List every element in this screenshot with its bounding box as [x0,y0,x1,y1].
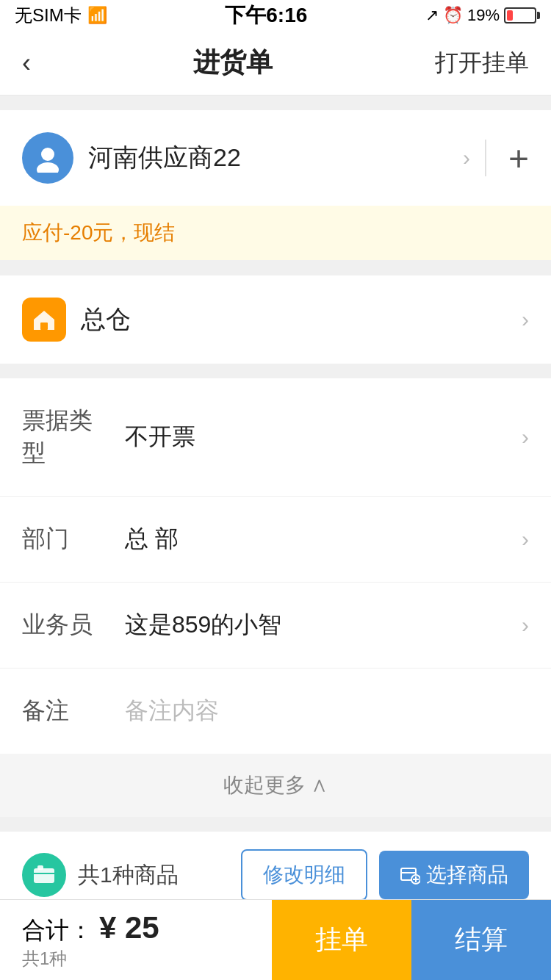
salesperson-chevron-icon: › [522,613,529,638]
warehouse-row[interactable]: 总仓 › [0,275,551,364]
invoice-type-label: 票据类型 [22,405,110,469]
page-title: 进货单 [193,45,273,81]
supplier-section: 河南供应商22 › + 应付-20元，现结 [0,110,551,260]
supplier-row[interactable]: 河南供应商22 › + [0,110,551,206]
department-row[interactable]: 部门 总 部 › [0,497,551,583]
supplier-name: 河南供应商22 [88,141,463,175]
total-amount: ¥ 25 [99,910,159,945]
supplier-divider [485,140,486,176]
warehouse-name: 总仓 [81,303,522,336]
remark-row[interactable]: 备注 备注内容 [0,669,551,754]
select-product-label: 选择商品 [426,861,508,889]
department-label: 部门 [22,523,110,555]
total-label: 合计： [22,917,93,943]
salesperson-value: 这是859的小智 [110,609,522,641]
open-hang-button[interactable]: 打开挂单 [435,47,529,79]
svg-rect-4 [37,865,43,870]
department-value: 总 部 [110,523,522,555]
svg-point-1 [37,162,59,173]
footer-sub-label: 共1种 [22,947,250,970]
remark-label: 备注 [22,695,110,727]
checkout-button[interactable]: 结算 [411,900,551,981]
footer-total-row: 合计： ¥ 25 [22,910,250,947]
divider-1 [0,96,551,110]
supplier-avatar [22,132,73,184]
status-right: ↗ ⏰ 19% [425,6,536,25]
divider-3 [0,364,551,378]
back-button[interactable]: ‹ [22,48,31,79]
battery-percent: 19% [467,6,500,25]
payable-notice: 应付-20元，现结 [0,206,551,260]
product-icon [22,853,66,897]
salesperson-label: 业务员 [22,609,110,641]
footer: 合计： ¥ 25 共1种 挂单 结算 [0,899,551,980]
footer-total: 合计： ¥ 25 共1种 [0,910,272,970]
hang-button[interactable]: 挂单 [272,900,411,981]
svg-rect-2 [40,323,48,330]
divider-2 [0,260,551,275]
add-icon[interactable]: + [508,138,529,179]
nav-bar: ‹ 进货单 打开挂单 [0,31,551,96]
select-product-button[interactable]: 选择商品 [379,851,529,899]
collapse-label: 收起更多 ∧ [223,774,328,796]
divider-4 [0,817,551,832]
battery-icon [504,7,536,24]
svg-rect-3 [34,868,54,883]
collapse-row[interactable]: 收起更多 ∧ [0,754,551,817]
carrier-label: 无SIM卡 [15,4,82,27]
product-count: 共1种商品 [78,860,241,890]
status-bar: 无SIM卡 📶 下午6:16 ↗ ⏰ 19% [0,0,551,31]
remark-input[interactable]: 备注内容 [110,695,529,727]
svg-point-0 [41,148,54,161]
invoice-type-row[interactable]: 票据类型 不开票 › [0,378,551,497]
warehouse-chevron-icon: › [522,307,529,332]
location-icon: ↗ [425,6,439,25]
supplier-chevron-icon: › [463,145,470,170]
battery-fill [507,10,513,21]
wifi-icon: 📶 [87,6,107,25]
edit-detail-button[interactable]: 修改明细 [241,849,367,901]
invoice-type-chevron-icon: › [522,425,529,450]
salesperson-row[interactable]: 业务员 这是859的小智 › [0,583,551,669]
invoice-type-value: 不开票 [110,421,522,453]
department-chevron-icon: › [522,527,529,552]
form-section: 票据类型 不开票 › 部门 总 部 › 业务员 这是859的小智 › 备注 备注… [0,378,551,754]
time-label: 下午6:16 [225,1,307,29]
warehouse-icon [22,298,66,342]
status-left: 无SIM卡 📶 [15,4,107,27]
alarm-icon: ⏰ [443,6,463,25]
